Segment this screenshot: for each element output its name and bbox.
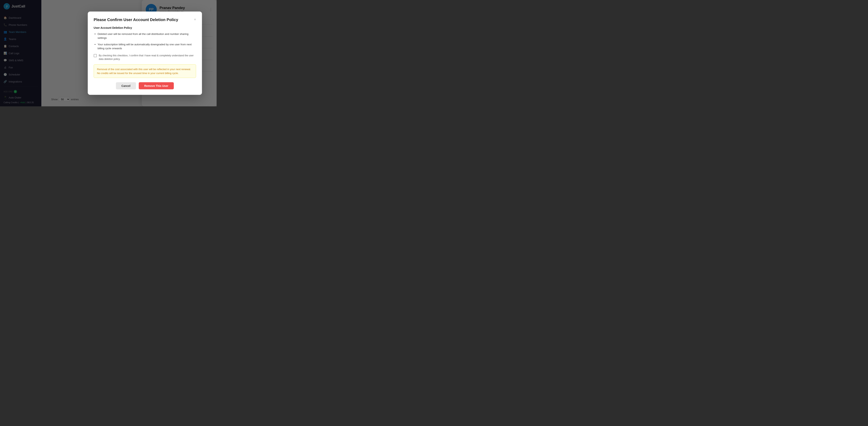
remove-user-button[interactable]: Remove This User [138,82,174,89]
policy-item-1: Deleted user will be removed from all th… [98,32,196,40]
policy-item-2: Your subscription billing will be automa… [98,42,196,51]
confirmation-checkbox[interactable] [94,54,97,57]
modal-header: Please Confirm User Account Deletion Pol… [94,17,196,22]
modal-title: Please Confirm User Account Deletion Pol… [94,17,178,22]
confirmation-text: By checking this checkbox, I confirm tha… [99,54,196,61]
warning-box: Removal of the cost associated with this… [94,64,196,78]
warning-text: Removal of the cost associated with this… [97,67,193,75]
policy-heading: User Account Deletion Policy [94,26,196,29]
modal-actions: Cancel Remove This User [94,82,196,89]
policy-list: Deleted user will be removed from all th… [94,32,196,51]
modal-close-button[interactable]: × [194,18,196,22]
cancel-button[interactable]: Cancel [116,82,136,89]
confirmation-checkbox-row: By checking this checkbox, I confirm tha… [94,54,196,61]
deletion-policy-modal: Please Confirm User Account Deletion Pol… [88,11,202,95]
